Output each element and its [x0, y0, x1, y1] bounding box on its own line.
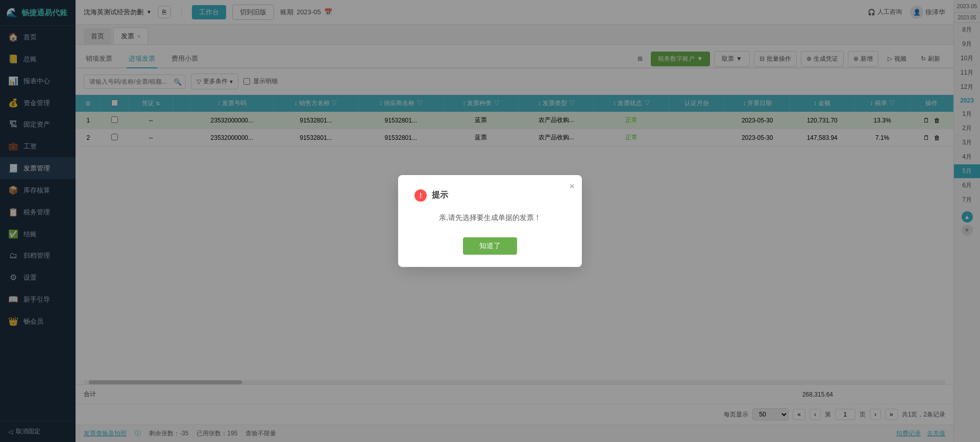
modal-title-row: ! 提示 [414, 189, 566, 202]
modal-title: 提示 [432, 190, 448, 201]
modal-dialog: × ! 提示 亲,请先选择要生成单据的发票！ 知道了 [398, 175, 582, 267]
modal-close-button[interactable]: × [569, 181, 575, 192]
modal-message: 亲,请先选择要生成单据的发票！ [414, 212, 566, 223]
modal-confirm-button[interactable]: 知道了 [463, 237, 517, 255]
modal-overlay: × ! 提示 亲,请先选择要生成单据的发票！ 知道了 [0, 0, 980, 442]
warning-icon: ! [414, 189, 427, 202]
modal-footer: 知道了 [414, 237, 566, 255]
